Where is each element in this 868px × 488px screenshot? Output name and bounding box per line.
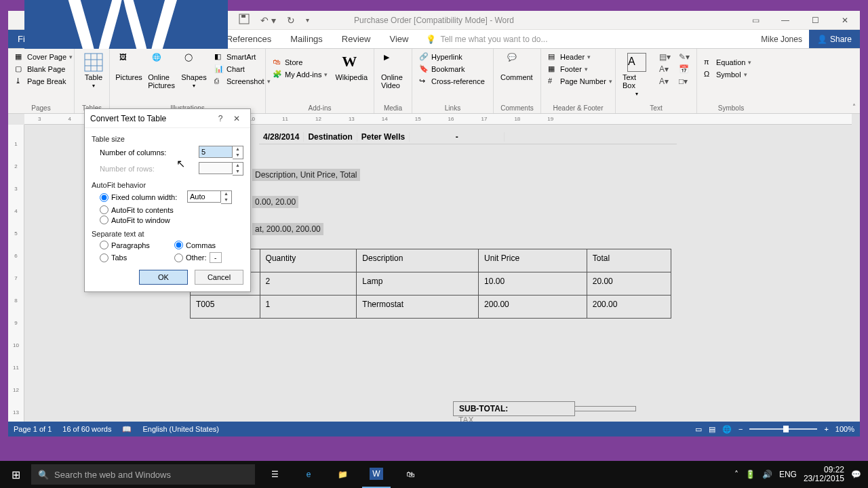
my-addins-button[interactable]: 🧩My Add-ins [270, 69, 330, 80]
table-button[interactable]: Table▾ [79, 52, 108, 90]
zoom-out-button[interactable]: − [738, 425, 743, 433]
online-pictures-icon: 🌐 [152, 53, 171, 72]
sep-other-radio[interactable] [174, 253, 183, 262]
print-layout-button[interactable]: ▤ [709, 425, 715, 434]
dialog-close-button[interactable]: ✕ [229, 114, 245, 123]
smartart-button[interactable]: ◧SmartArt [212, 52, 273, 62]
spin-up-icon[interactable]: ▲ [233, 146, 243, 152]
tray-volume-icon[interactable]: 🔊 [762, 470, 772, 479]
page-number-button[interactable]: #Page Number [545, 76, 615, 87]
spin-down-icon[interactable]: ▼ [233, 152, 243, 159]
autofit-contents-radio[interactable] [100, 205, 108, 214]
ribbon-display-options-button[interactable]: ▭ [741, 11, 770, 30]
pictures-button[interactable]: 🖼Pictures [114, 52, 144, 83]
fixed-width-input[interactable] [187, 190, 221, 203]
status-page[interactable]: Page 1 of 1 [14, 425, 52, 433]
status-word-count[interactable]: 16 of 60 words [62, 425, 111, 433]
num-columns-input[interactable] [199, 146, 233, 158]
fixed-width-radio[interactable] [100, 193, 108, 202]
zoom-level[interactable]: 100% [835, 425, 854, 433]
sep-paragraphs-label: Paragraphs [111, 241, 150, 249]
online-pictures-button[interactable]: 🌐Online Pictures [146, 52, 176, 91]
num-columns-spinner[interactable]: ▲▼ [199, 146, 243, 159]
zoom-in-button[interactable]: + [824, 425, 828, 433]
table-cell: Thermostat [357, 296, 479, 319]
collapse-ribbon-button[interactable]: ˄ [852, 103, 856, 110]
group-links-label: Links [416, 103, 489, 112]
quick-parts-button[interactable]: ▤▾ [656, 52, 673, 62]
header-button[interactable]: ▤Header [545, 52, 615, 62]
hyperlink-button[interactable]: 🔗Hyperlink [416, 52, 488, 62]
blank-page-button[interactable]: ▢Blank Page [12, 64, 75, 75]
convert-text-to-table-dialog: Convert Text to Table ? ✕ Table size Num… [84, 108, 251, 292]
tray-language[interactable]: ENG [779, 470, 797, 479]
tell-me-search[interactable]: 💡 Tell me what you want to do... [418, 30, 547, 48]
cover-page-button[interactable]: ▦Cover Page [12, 52, 75, 62]
zoom-slider[interactable] [749, 428, 817, 430]
minimize-button[interactable]: ― [770, 11, 800, 30]
sep-commas-radio[interactable] [174, 241, 183, 249]
tab-view[interactable]: View [380, 30, 418, 48]
screenshot-button[interactable]: ⎙Screenshot [212, 76, 273, 87]
store-button[interactable]: 🛍Store [270, 57, 330, 68]
wordart-button[interactable]: A▾ [656, 64, 673, 75]
taskbar-edge-icon[interactable]: e [294, 461, 323, 488]
tray-overflow-icon[interactable]: ˄ [734, 470, 738, 479]
bookmark-icon: 🔖 [419, 64, 429, 74]
cross-reference-button[interactable]: ↪Cross-reference [416, 76, 488, 87]
symbol-label: Symbol [716, 70, 741, 79]
tray-battery-icon[interactable]: 🔋 [745, 470, 755, 479]
spellcheck-icon[interactable]: 📖 [122, 425, 132, 434]
bookmark-button[interactable]: 🔖Bookmark [416, 64, 488, 75]
sep-tabs-radio[interactable] [100, 253, 108, 262]
task-view-button[interactable]: ☰ [260, 461, 289, 488]
page-break-button[interactable]: ⤓Page Break [12, 76, 75, 87]
qat-customize-button[interactable]: ▾ [306, 16, 309, 24]
shapes-button[interactable]: ◯Shapes▾ [179, 52, 209, 90]
ok-button[interactable]: OK [139, 270, 188, 285]
web-layout-button[interactable]: 🌐 [722, 425, 732, 434]
qat-save-button[interactable] [239, 14, 250, 26]
taskbar-explorer-icon[interactable]: 📁 [328, 461, 357, 488]
taskbar-word-icon[interactable]: W [362, 461, 391, 488]
qat-undo-button[interactable]: ↶ ▾ [260, 15, 276, 26]
tray-clock[interactable]: 09:22 23/12/2015 [804, 466, 844, 483]
comment-button[interactable]: 💬Comment [498, 52, 536, 83]
drop-cap-button[interactable]: A▾ [656, 76, 673, 87]
tray-notifications-icon[interactable]: 💬 [851, 470, 861, 479]
text-box-button[interactable]: AText Box▾ [620, 52, 654, 98]
read-mode-button[interactable]: ▭ [695, 425, 702, 434]
status-language[interactable]: English (United States) [142, 425, 219, 433]
text-box-label: Text Box [623, 73, 651, 89]
autofit-window-radio[interactable] [100, 216, 108, 224]
wikipedia-button[interactable]: WWikipedia [333, 52, 370, 83]
vertical-ruler[interactable]: 12345678910111213141516 [8, 125, 24, 422]
signed-in-user[interactable]: Mike Jones [754, 30, 809, 48]
dialog-help-button[interactable]: ? [212, 114, 229, 123]
date-time-button[interactable]: 📅 [676, 64, 692, 75]
share-button[interactable]: 👤 Share [809, 30, 860, 48]
header-dash: - [410, 132, 505, 142]
qat-redo-button[interactable]: ↻ [287, 15, 295, 26]
sep-other-input[interactable] [210, 252, 222, 263]
footer-button[interactable]: ▦Footer [545, 64, 615, 75]
online-video-button[interactable]: ▶Online Video [378, 52, 408, 91]
start-button[interactable]: ⊞ [0, 468, 31, 481]
fixed-width-label: Fixed column width: [111, 193, 184, 201]
tab-review[interactable]: Review [332, 30, 380, 48]
sep-paragraphs-radio[interactable] [100, 241, 108, 249]
object-button[interactable]: □▾ [676, 76, 692, 87]
taskbar-store-icon[interactable]: 🛍 [396, 461, 425, 488]
close-button[interactable]: ✕ [830, 11, 860, 30]
symbol-button[interactable]: ΩSymbol [701, 69, 754, 80]
taskbar-search[interactable]: 🔍 Search the web and Windows [31, 464, 255, 485]
table-cell: 200.00 [587, 296, 671, 319]
header-label: Header [560, 53, 585, 61]
fixed-width-spinner[interactable]: ▲▼ [187, 190, 232, 204]
signature-line-button[interactable]: ✎▾ [676, 52, 692, 62]
maximize-button[interactable]: ☐ [800, 11, 830, 30]
cancel-button[interactable]: Cancel [195, 270, 243, 285]
comment-icon: 💬 [507, 53, 526, 72]
chart-button[interactable]: 📊Chart [212, 64, 273, 75]
equation-button[interactable]: πEquation [701, 57, 754, 68]
